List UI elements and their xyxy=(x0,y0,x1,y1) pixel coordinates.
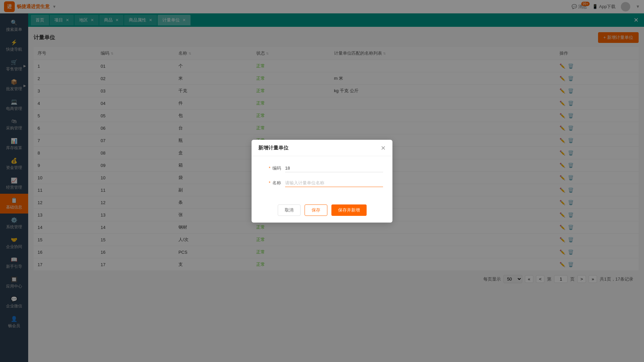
modal-title: 新增计量单位 xyxy=(258,145,288,151)
code-input[interactable] xyxy=(285,164,383,172)
modal-body: * 编码 * 名称 xyxy=(252,156,392,200)
modal-overlay[interactable]: 新增计量单位 ✕ * 编码 * 名称 取消 保存 保存并新增 xyxy=(0,0,644,362)
modal-close-button[interactable]: ✕ xyxy=(381,144,386,152)
name-label: * 名称 xyxy=(261,180,281,186)
save-button[interactable]: 保存 xyxy=(305,204,327,216)
required-marker: * xyxy=(269,180,270,185)
add-unit-modal: 新增计量单位 ✕ * 编码 * 名称 取消 保存 保存并新增 xyxy=(252,140,392,223)
code-form-row: * 编码 xyxy=(261,164,383,172)
save-and-new-button[interactable]: 保存并新增 xyxy=(331,204,367,216)
modal-footer: 取消 保存 保存并新增 xyxy=(252,200,392,223)
cancel-button[interactable]: 取消 xyxy=(278,204,301,216)
name-input[interactable] xyxy=(285,179,383,187)
code-label: * 编码 xyxy=(261,165,281,171)
name-form-row: * 名称 xyxy=(261,179,383,187)
modal-header: 新增计量单位 ✕ xyxy=(252,140,392,156)
required-marker: * xyxy=(269,166,270,171)
